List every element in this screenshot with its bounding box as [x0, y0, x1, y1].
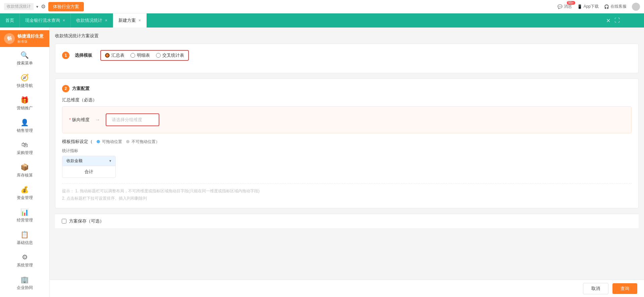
indicator-header: 模板指标设定（ 可拖动位置 不可拖动位置） [62, 139, 632, 145]
indicator-col-header: 收款金额 ▾ [62, 156, 115, 166]
query-button[interactable]: 查询 [612, 283, 637, 294]
dimension-grid: *纵向维度 → 请选择分组维度 [62, 106, 632, 133]
sidebar-item-basic-label: 基础信息 [17, 240, 33, 246]
radio-cross-label: 交叉统计表 [162, 52, 184, 58]
step1-label: 选择模板 [75, 52, 92, 58]
tab-bar-actions: ✕ ⛶ [606, 13, 624, 28]
tab-collection-close[interactable]: × [105, 18, 107, 23]
step2-label: 方案配置 [72, 86, 90, 92]
dimension-area: 汇总维度（必选） *纵向维度 → 请选择分组维度 [62, 97, 632, 133]
logo-text: 畅捷通好生意 [17, 33, 44, 39]
tab-collection[interactable]: 收款情况统计 × [71, 13, 113, 28]
tab-bank-close[interactable]: × [63, 18, 65, 23]
tab-bank[interactable]: 现金银行流水查询 × [20, 13, 71, 28]
tip1: 提示： 1. 拖动标题栏可以调整布局，不可跨维度或指标区域拖动目字段(只能在同一… [62, 188, 632, 195]
corp-icon: 🏢 [20, 276, 29, 284]
cancel-button[interactable]: 取消 [583, 283, 608, 294]
step1-badge: 1 [62, 52, 69, 59]
tab-bar: 首页 现金银行流水查询 × 收款情况统计 × 新建方案 × ✕ ⛶ [0, 13, 644, 28]
logo-sub: 标准版 [17, 39, 44, 44]
radio-summary-label: 汇总表 [111, 52, 124, 58]
not-draggable-label: 不可拖动位置） [131, 139, 160, 145]
radio-detail[interactable]: 明细表 [130, 52, 150, 58]
sidebar-item-system-label: 系统管理 [17, 262, 33, 268]
logo-icon: 畅 [4, 33, 15, 44]
sidebar-item-inventory[interactable]: 📦 库存核算 [0, 159, 49, 182]
content-area: 收款情况统计方案设置 1 选择模板 汇总表 [50, 28, 644, 297]
header-right: 💬 消息 99+ 📱 App下载 🎧 在线客服 [557, 3, 640, 11]
not-draggable-indicator: 不可拖动位置） [126, 139, 160, 145]
nav-icon: 🧭 [20, 73, 29, 82]
dimension-title: 汇总维度（必选） [62, 97, 632, 103]
marketing-icon: 🎁 [20, 96, 29, 104]
required-mark: * [69, 117, 71, 122]
sidebar-item-search[interactable]: 🔍 搜索菜单 [0, 47, 49, 69]
header-left: 收款情况统计 ▾ ⚙ 体验行业方案 [4, 2, 84, 11]
sidebar-item-system[interactable]: ⚙ 系统管理 [0, 249, 49, 271]
template-section: 1 选择模板 汇总表 明细表 [62, 50, 632, 61]
radio-summary-input[interactable] [105, 53, 110, 58]
indicator-settings: 模板指标设定（ 可拖动位置 不可拖动位置） 统计指标 [62, 139, 632, 178]
tab-new-plan-close[interactable]: × [139, 18, 141, 23]
template-section-card: 1 选择模板 汇总表 明细表 [55, 44, 639, 73]
tab-new-plan[interactable]: 新建方案 × [113, 13, 147, 28]
save-checkbox[interactable] [62, 219, 66, 224]
chevron-down-icon[interactable]: ▾ [109, 159, 111, 163]
sidebar-item-corp[interactable]: 🏢 企业协同 [0, 271, 49, 294]
page-content: 收款情况统计方案设置 1 选择模板 汇总表 [50, 28, 644, 280]
tab-collection-label: 收款情况统计 [76, 17, 102, 23]
search-icon: 🔍 [20, 51, 29, 59]
download-label: App下载 [584, 4, 599, 9]
dropdown-btn[interactable]: ▾ [36, 4, 38, 9]
message-item[interactable]: 💬 消息 99+ [557, 4, 572, 9]
service-icon: 🎧 [604, 4, 609, 9]
message-badge: 99+ [567, 1, 575, 5]
sidebar-item-finance[interactable]: 💰 资金管理 [0, 182, 49, 204]
tab-expand-icon[interactable]: ⛶ [614, 17, 620, 23]
breadcrumb: 收款情况统计 [4, 3, 34, 10]
tip-section: 提示： 1. 拖动标题栏可以调整布局，不可跨维度或指标区域拖动目字段(只能在同一… [62, 183, 632, 202]
sidebar-item-basic[interactable]: 📋 基础信息 [0, 227, 49, 249]
dim-selector[interactable]: 请选择分组维度 [106, 113, 159, 126]
gear-icon[interactable]: ⚙ [41, 3, 46, 10]
sidebar-logo: 畅 畅捷通好生意 标准版 [0, 30, 50, 47]
radio-cross-input[interactable] [156, 53, 161, 58]
sidebar-item-purchase[interactable]: 🛍 采购管理 [0, 137, 49, 159]
indicator-col-label: 收款金额 [66, 158, 83, 164]
industry-button[interactable]: 体验行业方案 [48, 2, 84, 11]
tab-new-plan-label: 新建方案 [118, 17, 136, 23]
not-draggable-dot [126, 140, 129, 143]
sidebar-item-corp-label: 企业协同 [17, 285, 33, 291]
dim-arrow: → [95, 117, 100, 123]
basic-icon: 📋 [20, 231, 29, 239]
radio-detail-input[interactable] [130, 53, 135, 58]
radio-summary[interactable]: 汇总表 [105, 52, 124, 58]
indicator-title-text: 模板指标设定（ [62, 139, 93, 145]
sidebar-item-marketing[interactable]: 🎁 营销推广 [0, 92, 49, 114]
radio-cross[interactable]: 交叉统计表 [156, 52, 184, 58]
tab-close-all-icon[interactable]: ✕ [606, 17, 610, 24]
tab-home[interactable]: 首页 [0, 13, 20, 28]
top-header: 收款情况统计 ▾ ⚙ 体验行业方案 💬 消息 99+ 📱 App下载 🎧 在线客… [0, 0, 644, 13]
sidebar-item-purchase-label: 采购管理 [17, 150, 33, 156]
config-section-card: 2 方案配置 汇总维度（必选） *纵向维度 → 请选择分组维度 [55, 79, 639, 208]
draggable-indicator: 可拖动位置 [97, 139, 122, 145]
page-title: 收款情况统计方案设置 [55, 33, 639, 39]
avatar [632, 3, 640, 11]
sidebar-item-nav[interactable]: 🧭 快捷导航 [0, 69, 49, 92]
sidebar-item-operation[interactable]: 📊 经营管理 [0, 204, 49, 227]
logo-text-wrap: 畅捷通好生意 标准版 [17, 33, 44, 44]
service-label: 在线客服 [610, 4, 627, 9]
logo-abbr: 畅 [7, 36, 12, 42]
sidebar-item-sales-label: 销售管理 [17, 128, 33, 134]
draggable-label: 可拖动位置 [102, 139, 122, 145]
sidebar-item-marketing-label: 营销推广 [17, 105, 33, 111]
service-item[interactable]: 🎧 在线客服 [604, 4, 627, 9]
download-item[interactable]: 📱 App下载 [577, 4, 599, 9]
vertical-dim-label: *纵向维度 [69, 117, 90, 123]
sidebar-item-sales[interactable]: 👤 销售管理 [0, 114, 49, 137]
message-icon: 💬 [557, 4, 562, 9]
sidebar-item-search-label: 搜索菜单 [17, 60, 33, 66]
sidebar-item-inventory-label: 库存核算 [17, 172, 33, 178]
sidebar-item-guide[interactable]: 📖 新手引导 [0, 294, 49, 297]
